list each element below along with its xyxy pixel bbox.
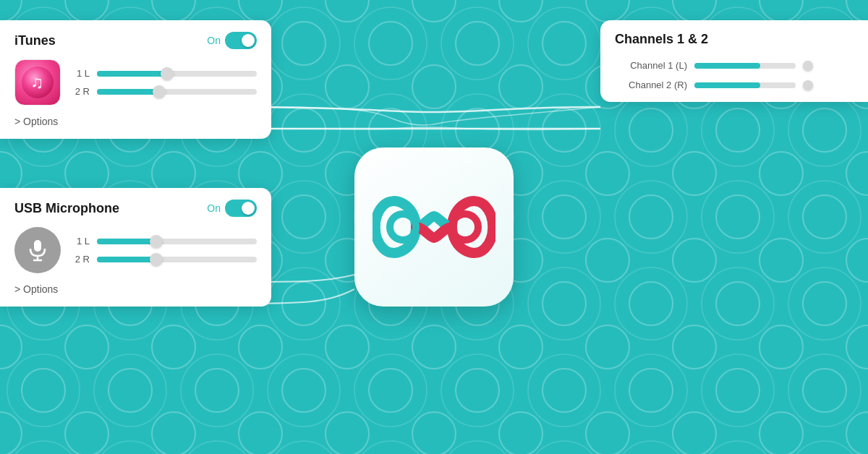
usb-toggle-label: On <box>207 202 221 214</box>
app-center-icon <box>354 147 514 307</box>
channel-2-row: Channel 2 (R) <box>615 80 854 90</box>
usb-slider-row-1: 1 L <box>72 236 257 247</box>
svg-text:♫: ♫ <box>30 72 43 92</box>
channel-1-fill <box>694 63 760 69</box>
usb-title: USB Microphone <box>14 201 119 216</box>
usb-options-label: > Options <box>14 283 58 295</box>
usb-mic-icon <box>14 227 61 273</box>
channels-title: Channels 1 & 2 <box>615 32 708 47</box>
usb-slider-1-thumb <box>150 235 163 248</box>
itunes-toggle-track[interactable] <box>225 32 257 49</box>
channels-header: Channels 1 & 2 <box>615 32 854 47</box>
channel-1-row: Channel 1 (L) <box>615 60 854 71</box>
channels-content: Channel 1 (L) Channel 2 (R) <box>615 57 854 90</box>
usb-slider-2-fill <box>97 257 158 262</box>
usb-slider-1-label: 1 L <box>72 236 90 247</box>
usb-toggle-thumb <box>242 202 255 215</box>
itunes-toggle-thumb <box>242 34 255 47</box>
itunes-slider-2-fill <box>97 89 161 95</box>
usb-slider-row-2: 2 R <box>72 254 257 265</box>
itunes-slider-2-track[interactable] <box>97 89 257 95</box>
channels-panel: Channels 1 & 2 Channel 1 (L) Channel 2 (… <box>600 20 868 102</box>
usb-sliders: 1 L 2 R <box>72 236 257 265</box>
channel-1-dot <box>803 61 813 71</box>
usb-slider-1-fill <box>97 239 158 244</box>
usb-content: 1 L 2 R <box>14 227 257 273</box>
channel-1-label: Channel 1 (L) <box>615 60 687 71</box>
channel-2-dot <box>803 80 813 90</box>
usb-slider-2-track[interactable] <box>97 257 257 262</box>
itunes-icon: ♫ <box>14 59 61 106</box>
itunes-toggle-label: On <box>207 35 221 46</box>
itunes-options[interactable]: > Options <box>14 116 257 127</box>
itunes-slider-1-track[interactable] <box>97 71 257 77</box>
itunes-slider-2-label: 2 R <box>72 86 90 97</box>
usb-panel: USB Microphone On 1 L <box>0 188 271 307</box>
channel-2-fill <box>694 82 760 88</box>
itunes-slider-2-thumb <box>153 85 166 98</box>
itunes-panel: iTunes On ♫ <box>0 20 271 139</box>
channel-2-label: Channel 2 (R) <box>615 80 687 90</box>
itunes-content: ♫ 1 L 2 R <box>14 59 257 106</box>
usb-toggle[interactable]: On <box>207 200 257 217</box>
usb-options[interactable]: > Options <box>14 283 257 295</box>
itunes-slider-row-2: 2 R <box>72 86 257 97</box>
usb-header: USB Microphone On <box>14 200 257 217</box>
itunes-sliders: 1 L 2 R <box>72 68 257 97</box>
usb-slider-2-thumb <box>150 253 163 266</box>
usb-toggle-track[interactable] <box>225 200 257 217</box>
usb-slider-1-track[interactable] <box>97 239 257 244</box>
itunes-toggle[interactable]: On <box>207 32 257 49</box>
itunes-slider-1-thumb <box>161 67 174 80</box>
itunes-slider-1-label: 1 L <box>72 68 90 79</box>
channel-2-track[interactable] <box>694 82 796 88</box>
itunes-options-label: > Options <box>14 116 58 127</box>
itunes-title: iTunes <box>14 33 56 48</box>
itunes-slider-row-1: 1 L <box>72 68 257 79</box>
svg-rect-10 <box>34 240 41 252</box>
usb-slider-2-label: 2 R <box>72 254 90 265</box>
itunes-slider-1-fill <box>97 71 169 77</box>
channel-1-track[interactable] <box>694 63 796 69</box>
itunes-header: iTunes On <box>14 32 257 49</box>
